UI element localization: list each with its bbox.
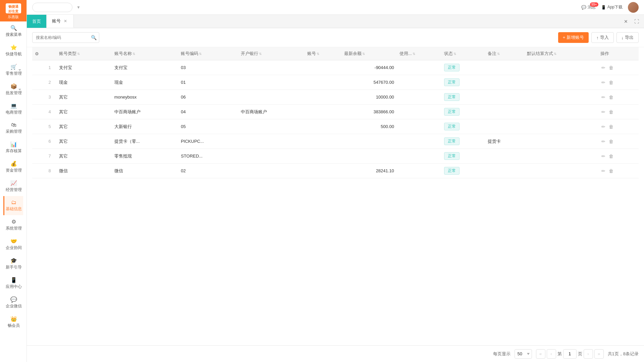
sidebar-icon-search-menu: 🔍 (10, 25, 17, 31)
tab-close-all-button[interactable]: ✕ (621, 17, 631, 26)
td-name: 中百商场账户 (112, 105, 178, 119)
td-default-settle (524, 149, 598, 164)
sidebar-icon-system-mgmt: ⚙ (11, 219, 16, 225)
tab-home-label: 首页 (32, 18, 41, 24)
sidebar-item-beginner-guide[interactable]: 🎓 新手引导 (3, 254, 23, 274)
sidebar-item-inventory-mgmt[interactable]: 📊 库存核算 (3, 138, 23, 157)
edit-button[interactable]: ✏ (601, 139, 605, 144)
td-action: ✏ 🗑 (598, 119, 639, 134)
th-action: 操作 (598, 47, 639, 60)
sidebar-item-search-menu[interactable]: 🔍 搜索菜单 (3, 21, 23, 41)
th-account-code[interactable]: 账号编码⇅ (178, 47, 238, 60)
td-name: 零售抵现 (112, 149, 178, 164)
delete-button[interactable]: 🗑 (609, 139, 613, 144)
sidebar-item-ecommerce-mgmt[interactable]: 💻 电商管理 (3, 99, 23, 119)
tab-account[interactable]: 账号 ✕ (47, 15, 74, 28)
sidebar-label-enterprise-agmt: 企业协同 (6, 245, 22, 251)
delete-button[interactable]: 🗑 (609, 95, 613, 100)
prev-page-button[interactable]: ‹ (547, 349, 556, 359)
tab-expand-button[interactable]: ⛶ (632, 17, 641, 26)
sidebar-item-basic-info[interactable]: 🗂 基础信息 (3, 196, 23, 215)
status-badge: 正常 (444, 64, 460, 71)
sidebar-icon-basic-info: 🗂 (11, 199, 16, 205)
sidebar-icon-wholesale-mgmt: 📦 (10, 83, 17, 89)
th-account-name[interactable]: 账号名称⇅ (112, 47, 178, 60)
th-account-type[interactable]: 账号类型⇅ (56, 47, 112, 60)
total-label: 共1页，8条记录 (608, 351, 639, 357)
delete-button[interactable]: 🗑 (609, 80, 613, 85)
sidebar-item-capital-mgmt[interactable]: 💰 资金管理 (3, 157, 23, 177)
td-name: 现金 (112, 75, 178, 90)
search-icon[interactable]: 🔍 (91, 35, 97, 40)
last-page-button[interactable]: » (594, 349, 604, 359)
toolbar-right: + 新增账号 ↑ 导入 ↓ 导出 (558, 32, 639, 43)
message-button[interactable]: 💬 消息 99+ (581, 4, 596, 10)
tab-home[interactable]: 首页 (27, 15, 47, 28)
pagination: « ‹ 第 页 › » (536, 349, 604, 359)
th-account-no[interactable]: 账号⇅ (305, 47, 341, 60)
sidebar-item-app-center[interactable]: 📱 应用中心 (3, 274, 23, 293)
gear-icon[interactable]: ⚙ (35, 51, 39, 56)
sidebar-item-retail-mgmt[interactable]: 🛒 零售管理 (3, 60, 23, 80)
td-bank (238, 149, 305, 164)
sidebar-item-business-mgmt[interactable]: 📈 经营管理 (3, 177, 23, 196)
delete-button[interactable]: 🗑 (609, 168, 613, 174)
page-number-input[interactable] (563, 349, 577, 359)
import-button[interactable]: ↑ 导入 (591, 32, 614, 43)
delete-button[interactable]: 🗑 (609, 124, 613, 129)
sidebar-icon-business-mgmt: 📈 (10, 180, 17, 186)
edit-button[interactable]: ✏ (601, 124, 605, 129)
delete-button[interactable]: 🗑 (609, 154, 613, 159)
edit-button[interactable]: ✏ (601, 168, 605, 174)
sidebar-item-enterprise-wechat[interactable]: 💬 企业微信 (3, 293, 23, 312)
sidebar-item-wholesale-mgmt[interactable]: 📦 批发管理 (3, 80, 23, 99)
export-button[interactable]: ↓ 导出 (616, 32, 639, 43)
first-page-button[interactable]: « (536, 349, 545, 359)
sidebar-icon-app-center: 📱 (10, 277, 17, 283)
edit-button[interactable]: ✏ (601, 95, 605, 100)
sidebar-item-enterprise-agmt[interactable]: 🤝 企业协同 (3, 235, 23, 254)
td-balance: 547670.00 (341, 75, 397, 90)
sidebar-icon-quick-nav: ⭐ (10, 44, 17, 51)
td-bank (238, 75, 305, 90)
edit-button[interactable]: ✏ (601, 65, 605, 70)
th-gear[interactable]: ⚙ (32, 47, 43, 60)
td-default-settle (524, 75, 598, 90)
delete-button[interactable]: 🗑 (609, 65, 613, 70)
header-dropdown-arrow[interactable]: ▼ (76, 5, 80, 10)
th-status[interactable]: 状态⇅ (441, 47, 485, 60)
sidebar-nav: 🔍 搜索菜单 ⭐ 快捷导航 🛒 零售管理 📦 批发管理 💻 电商管理 🛍 采购管… (3, 21, 23, 332)
tab-close-icon[interactable]: ✕ (63, 18, 68, 24)
sidebar-item-quick-nav[interactable]: ⭐ 快捷导航 (3, 41, 23, 60)
status-badge: 正常 (444, 167, 460, 175)
sidebar-label-capital-mgmt: 资金管理 (6, 168, 22, 173)
app-download-button[interactable]: 📱 App下载 (601, 4, 623, 10)
th-remarks[interactable]: 备注⇅ (485, 47, 524, 60)
th-row-num (43, 47, 56, 60)
table-row: 5 其它 大新银行 05 500.00 正常 ✏ 🗑 (32, 119, 639, 134)
per-page-select[interactable]: 50 20 100 (515, 349, 532, 359)
user-avatar[interactable] (628, 2, 639, 13)
th-balance[interactable]: 最新余额⇅ (341, 47, 397, 60)
header-right: 💬 消息 99+ 📱 App下载 (581, 2, 639, 13)
edit-button[interactable]: ✏ (601, 80, 605, 85)
search-input[interactable] (32, 32, 99, 43)
next-page-button[interactable]: › (584, 349, 593, 359)
td-status: 正常 (441, 90, 485, 105)
delete-button[interactable]: 🗑 (609, 109, 613, 115)
th-default-settle[interactable]: 默认结算方式⇅ (524, 47, 598, 60)
td-usage (397, 164, 441, 178)
th-bank[interactable]: 开户银行⇅ (238, 47, 305, 60)
sidebar-item-system-mgmt[interactable]: ⚙ 系统管理 (3, 215, 23, 235)
sidebar-item-membership[interactable]: 👑 畅会员 (3, 312, 23, 332)
sidebar-item-purchase-mgmt[interactable]: 🛍 采购管理 (3, 119, 23, 138)
edit-button[interactable]: ✏ (601, 154, 605, 159)
th-usage[interactable]: 使用...⇅ (397, 47, 441, 60)
td-type: 其它 (56, 149, 112, 164)
td-default-settle (524, 105, 598, 119)
add-account-button[interactable]: + 新增账号 (558, 32, 589, 43)
sidebar-label-inventory-mgmt: 库存核算 (6, 148, 22, 154)
td-account-no (305, 105, 341, 119)
top-search-input[interactable] (32, 3, 72, 12)
edit-button[interactable]: ✏ (601, 109, 605, 115)
